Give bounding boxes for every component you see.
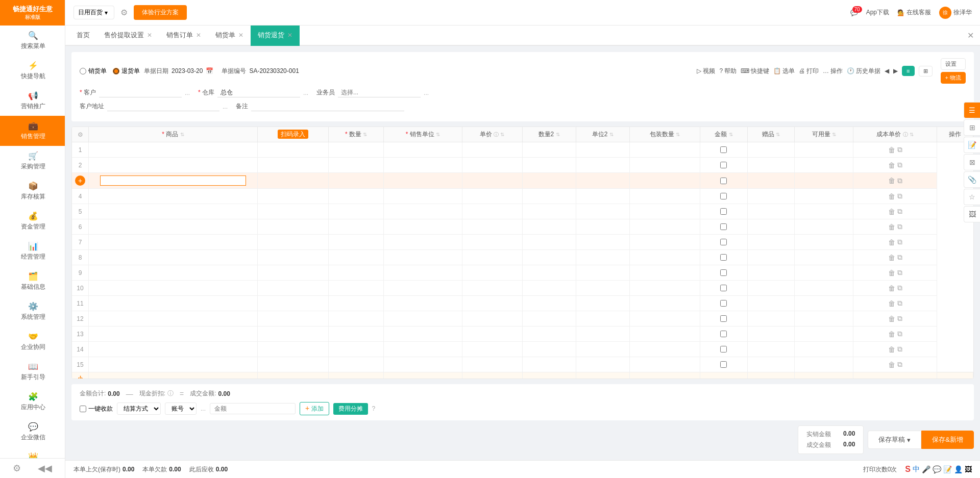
onepay-checkbox[interactable]: 一键收款 bbox=[80, 405, 113, 413]
available-cell[interactable] bbox=[747, 173, 794, 189]
col-gear[interactable]: ⚙ bbox=[72, 127, 89, 142]
sidebar-item-sales[interactable]: 💼销售管理 bbox=[0, 116, 65, 146]
unit2-cell[interactable] bbox=[522, 204, 576, 219]
amount-cell[interactable] bbox=[629, 173, 700, 189]
gift-cell[interactable] bbox=[700, 357, 747, 372]
amount-cell[interactable] bbox=[629, 357, 700, 372]
unit2-cell[interactable] bbox=[522, 311, 576, 326]
sidebar-item-inventory[interactable]: 📦库存核算 bbox=[0, 176, 65, 206]
available-cell[interactable] bbox=[747, 311, 794, 326]
nav-selector[interactable]: 日用百货 ▾ bbox=[74, 6, 114, 19]
gift-cell[interactable] bbox=[700, 265, 747, 281]
goods-cell[interactable] bbox=[89, 357, 258, 372]
qty2-cell[interactable] bbox=[462, 158, 522, 173]
customer-input[interactable] bbox=[99, 88, 182, 97]
gift-cell[interactable] bbox=[700, 204, 747, 219]
available-cell[interactable] bbox=[747, 357, 794, 372]
gift-checkbox[interactable] bbox=[720, 300, 727, 307]
qty2-cell[interactable] bbox=[462, 296, 522, 311]
goods-cell[interactable] bbox=[89, 204, 258, 219]
gift-checkbox[interactable] bbox=[720, 223, 727, 230]
gift-checkbox[interactable] bbox=[720, 193, 727, 199]
gift-cell[interactable] bbox=[700, 296, 747, 311]
gift-cell[interactable] bbox=[700, 173, 747, 189]
next-btn[interactable]: ▶ bbox=[893, 67, 898, 74]
goods-cell[interactable] bbox=[89, 189, 258, 204]
col-amount[interactable]: 金额 ⇅ bbox=[700, 127, 747, 142]
delete-row-btn[interactable]: 🗑 bbox=[888, 268, 895, 277]
prev-btn[interactable]: ◀ bbox=[885, 67, 889, 74]
pack-qty-cell[interactable] bbox=[576, 311, 629, 326]
save-new-btn[interactable]: 保存&新增 bbox=[921, 431, 974, 449]
unit2-cell[interactable] bbox=[522, 142, 576, 158]
amount-cell[interactable] bbox=[629, 326, 700, 342]
tab-close-price-setting[interactable]: ✕ bbox=[147, 32, 152, 39]
operate-btn[interactable]: … 操作 bbox=[823, 67, 843, 76]
select-btn[interactable]: 📋 选单 bbox=[773, 67, 795, 76]
price-cell[interactable] bbox=[384, 250, 462, 265]
radio-return-input[interactable] bbox=[113, 68, 119, 74]
delete-row-btn[interactable]: 🗑 bbox=[888, 192, 895, 200]
pack-qty-cell[interactable] bbox=[576, 173, 629, 189]
goods-cell[interactable] bbox=[89, 219, 258, 235]
unit-cell[interactable] bbox=[329, 265, 384, 281]
add-row-btn[interactable]: + bbox=[75, 175, 85, 186]
price-cell[interactable] bbox=[384, 311, 462, 326]
tab-sales-order[interactable]: 销售订单✕ bbox=[159, 26, 208, 46]
unit-cell[interactable] bbox=[329, 173, 384, 189]
goods-cell[interactable] bbox=[89, 342, 258, 357]
available-cell[interactable] bbox=[747, 142, 794, 158]
delete-row-btn[interactable]: 🗑 bbox=[888, 330, 895, 338]
radio-sales[interactable]: 销货单 bbox=[80, 67, 107, 76]
sidebar-item-guide[interactable]: 📖新手引导 bbox=[0, 357, 65, 387]
unit-cell[interactable] bbox=[329, 250, 384, 265]
gift-checkbox[interactable] bbox=[720, 361, 727, 368]
app-download-link[interactable]: App下载 bbox=[866, 8, 889, 17]
goods-cell[interactable] bbox=[89, 265, 258, 281]
gift-checkbox[interactable] bbox=[720, 346, 727, 353]
collapse-footer-btn[interactable]: ◀◀ bbox=[38, 463, 52, 474]
gift-checkbox[interactable] bbox=[720, 162, 727, 168]
video-btn[interactable]: ▷ 视频 bbox=[697, 67, 715, 76]
qty2-cell[interactable] bbox=[462, 142, 522, 158]
sidebar-item-cooperation[interactable]: 🤝企业协同 bbox=[0, 326, 65, 357]
cost-price-cell[interactable] bbox=[795, 235, 853, 250]
unit2-cell[interactable] bbox=[522, 265, 576, 281]
qty-cell[interactable] bbox=[257, 357, 329, 372]
notes-icon[interactable]: 📝 bbox=[964, 137, 980, 153]
shortcut-btn[interactable]: ⌨ 快捷键 bbox=[741, 67, 769, 76]
amount-cell[interactable] bbox=[629, 219, 700, 235]
pack-qty-cell[interactable] bbox=[576, 265, 629, 281]
copy-row-btn[interactable]: ⧉ bbox=[897, 145, 902, 154]
pack-qty-cell[interactable] bbox=[576, 281, 629, 296]
goods-cell[interactable] bbox=[89, 158, 258, 173]
delete-row-btn[interactable]: 🗑 bbox=[888, 253, 895, 262]
goods-cell[interactable] bbox=[89, 281, 258, 296]
goods-cell[interactable] bbox=[89, 173, 258, 189]
col-unit[interactable]: * 销售单位 ⇅ bbox=[384, 127, 462, 142]
unit2-cell[interactable] bbox=[522, 250, 576, 265]
unit-cell[interactable] bbox=[329, 204, 384, 219]
gift-cell[interactable] bbox=[700, 342, 747, 357]
price-cell[interactable] bbox=[384, 142, 462, 158]
split-btn[interactable]: 费用分摊 bbox=[333, 403, 368, 415]
available-cell[interactable] bbox=[747, 326, 794, 342]
amount-cell[interactable] bbox=[629, 311, 700, 326]
amount-cell[interactable] bbox=[629, 265, 700, 281]
history-btn[interactable]: 🕐 历史单据 bbox=[847, 67, 880, 76]
amount-input[interactable] bbox=[210, 403, 296, 414]
filter-icon[interactable]: ⊠ bbox=[964, 154, 980, 170]
price-cell[interactable] bbox=[384, 357, 462, 372]
price-cell[interactable] bbox=[384, 265, 462, 281]
cost-price-cell[interactable] bbox=[795, 250, 853, 265]
gift-checkbox[interactable] bbox=[720, 254, 727, 261]
tab-home[interactable]: 首页 bbox=[69, 26, 97, 46]
available-cell[interactable] bbox=[747, 265, 794, 281]
remark-input[interactable] bbox=[251, 102, 404, 111]
gift-cell[interactable] bbox=[700, 219, 747, 235]
available-cell[interactable] bbox=[747, 342, 794, 357]
unit2-cell[interactable] bbox=[522, 173, 576, 189]
qty2-cell[interactable] bbox=[462, 326, 522, 342]
qty2-cell[interactable] bbox=[462, 281, 522, 296]
cost-price-cell[interactable] bbox=[795, 326, 853, 342]
